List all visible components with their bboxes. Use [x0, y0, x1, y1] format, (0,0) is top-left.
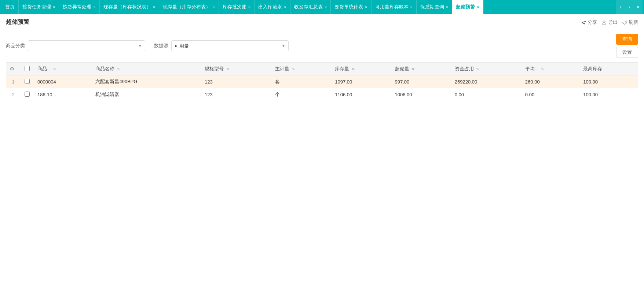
col-avg-sort-icon: ⇅ — [541, 67, 544, 71]
row-maxstock: 100.00 — [579, 88, 638, 101]
nav-tab-task-mgmt-label: 拣货任务管理 — [22, 4, 51, 10]
col-maxstock-label: 最高库存 — [583, 66, 602, 71]
category-filter: 商品分类 ▼ — [6, 40, 145, 51]
col-stock-label: 库存量 — [335, 66, 349, 71]
col-product-code-header[interactable]: 商品... ⇅ — [34, 63, 92, 75]
query-button[interactable]: 查询 — [616, 34, 638, 45]
nav-tab-home-label: 首页 — [5, 4, 15, 10]
export-icon — [601, 20, 607, 25]
nav-tab-quality-check[interactable]: 保质期查询 × — [417, 0, 452, 14]
nav-tab-order-stats[interactable]: 要货单统计表 × — [331, 0, 371, 14]
col-spec-label: 规格型号 — [205, 66, 224, 71]
nav-tab-abnormal[interactable]: 拣货异常处理 × — [59, 0, 99, 14]
col-spec-header[interactable]: 规格型号 ⇅ — [201, 63, 271, 75]
nav-tab-task-mgmt-close[interactable]: × — [53, 5, 55, 9]
row-product-code: 0000004 — [34, 75, 92, 88]
nav-tab-receive-send-close[interactable]: × — [325, 5, 327, 9]
col-avg-label: 平均... — [525, 66, 539, 71]
table-header-row: ⚙ 商品... ⇅ 商品名称 ⇅ 规格型号 ⇅ — [6, 63, 638, 75]
nav-tab-available-ledger-label: 可用量库存账本 — [375, 4, 409, 10]
table-body: 1 0000004 六配套新昌490BPG 123 套 1097.00 997.… — [6, 75, 638, 101]
nav-tab-available-ledger[interactable]: 可用量库存账本 × — [372, 0, 417, 14]
nav-tab-order-stats-label: 要货单统计表 — [334, 4, 363, 10]
row-avg: 260.00 — [522, 75, 579, 88]
row-product-code: 186-10... — [34, 88, 92, 101]
nav-tab-inventory-status-close[interactable]: × — [153, 5, 155, 9]
datasource-filter-label: 数据源 — [154, 42, 168, 49]
row-avg: 0.00 — [522, 88, 579, 101]
page-header: 超储预警 分享 导出 刷新 — [0, 14, 644, 29]
nav-tab-order-stats-close[interactable]: × — [365, 5, 367, 9]
nav-tab-receive-send[interactable]: 收发存汇总表 × — [290, 0, 331, 14]
col-capital-header[interactable]: 资金占用 ⇅ — [451, 63, 522, 75]
nav-tab-overstock-warning-close[interactable]: × — [477, 5, 479, 9]
row-index: 2 — [6, 88, 21, 101]
col-product-code-sort-icon: ⇅ — [53, 67, 56, 71]
column-settings-icon[interactable]: ⚙ — [10, 66, 14, 72]
nav-tab-overstock-warning[interactable]: 超储预警 × — [452, 0, 483, 14]
nav-tab-abnormal-label: 拣货异常处理 — [63, 4, 91, 10]
nav-arrows: ‹ › × — [616, 0, 643, 14]
row-maxstock: 100.00 — [579, 75, 638, 88]
row-spec: 123 — [201, 88, 271, 101]
row-overstock: 1006.00 — [391, 88, 451, 101]
nav-tab-inout-flow[interactable]: 出入库流水 × — [255, 0, 290, 14]
page-title: 超储预警 — [6, 18, 29, 26]
nav-tab-task-mgmt[interactable]: 拣货任务管理 × — [19, 0, 59, 14]
col-product-code-label: 商品... — [37, 66, 51, 71]
nav-tab-batch[interactable]: 库存批次账 × — [219, 0, 255, 14]
settings-button[interactable]: 设置 — [616, 47, 638, 58]
col-capital-sort-icon: ⇅ — [476, 67, 479, 71]
share-icon — [581, 20, 586, 25]
col-checkbox-header — [21, 63, 34, 75]
row-overstock: 997.00 — [391, 75, 451, 88]
col-avg-header[interactable]: 平均... ⇅ — [522, 63, 579, 75]
select-all-checkbox[interactable] — [25, 66, 30, 71]
col-unit-header[interactable]: 主计量 ⇅ — [271, 63, 331, 75]
nav-tab-inventory-dist[interactable]: 现存量（库存分布表） × — [159, 0, 219, 14]
refresh-label: 刷新 — [629, 19, 638, 26]
col-maxstock-header[interactable]: 最高库存 — [579, 63, 638, 75]
row-checkbox[interactable] — [25, 92, 30, 97]
nav-tab-batch-close[interactable]: × — [248, 5, 250, 9]
share-action[interactable]: 分享 — [581, 19, 597, 26]
nav-tab-inventory-dist-close[interactable]: × — [212, 5, 215, 9]
datasource-select[interactable]: 可用量 — [171, 40, 289, 51]
nav-tab-inventory-status[interactable]: 现存量（库存状况表） × — [100, 0, 159, 14]
nav-arrow-close-button[interactable]: × — [634, 0, 643, 14]
row-unit: 套 — [271, 75, 331, 88]
category-select-wrapper: ▼ — [28, 40, 145, 51]
table-row: 2 186-10... 机油滤清器 123 个 1106.00 1006.00 … — [6, 88, 638, 101]
nav-tab-inout-flow-label: 出入库流水 — [258, 4, 282, 10]
nav-tab-abnormal-close[interactable]: × — [93, 5, 95, 9]
nav-tab-quality-check-close[interactable]: × — [446, 5, 448, 9]
col-capital-label: 资金占用 — [455, 66, 474, 71]
refresh-action[interactable]: 刷新 — [622, 19, 638, 26]
nav-tab-quality-check-label: 保质期查询 — [420, 4, 444, 10]
col-overstock-header[interactable]: 超储量 ⇅ — [391, 63, 451, 75]
export-action[interactable]: 导出 — [601, 19, 618, 26]
row-checkbox[interactable] — [25, 79, 30, 84]
row-checkbox-cell — [21, 75, 34, 88]
table-row: 1 0000004 六配套新昌490BPG 123 套 1097.00 997.… — [6, 75, 638, 88]
col-product-name-header[interactable]: 商品名称 ⇅ — [92, 63, 201, 75]
row-capital: 259220.00 — [451, 75, 522, 88]
col-stock-header[interactable]: 库存量 ⇅ — [331, 63, 391, 75]
nav-arrow-right-button[interactable]: › — [625, 0, 634, 14]
col-unit-label: 主计量 — [275, 66, 289, 71]
datasource-select-wrapper: 可用量 ▼ — [171, 40, 289, 51]
category-select[interactable] — [28, 40, 145, 51]
row-product-name: 六配套新昌490BPG — [92, 75, 201, 88]
nav-tab-home[interactable]: 首页 — [1, 0, 19, 14]
col-stock-sort-icon: ⇅ — [352, 67, 355, 71]
nav-tab-overstock-warning-label: 超储预警 — [456, 4, 475, 10]
row-product-name: 机油滤清器 — [92, 88, 201, 101]
nav-tab-inout-flow-close[interactable]: × — [284, 5, 286, 9]
export-label: 导出 — [608, 19, 618, 26]
nav-tab-available-ledger-close[interactable]: × — [410, 5, 413, 9]
col-product-name-label: 商品名称 — [95, 66, 114, 71]
col-spec-sort-icon: ⇅ — [226, 67, 229, 71]
share-label: 分享 — [588, 19, 597, 26]
nav-arrow-left-button[interactable]: ‹ — [616, 0, 625, 14]
col-overstock-sort-icon: ⇅ — [411, 67, 414, 71]
